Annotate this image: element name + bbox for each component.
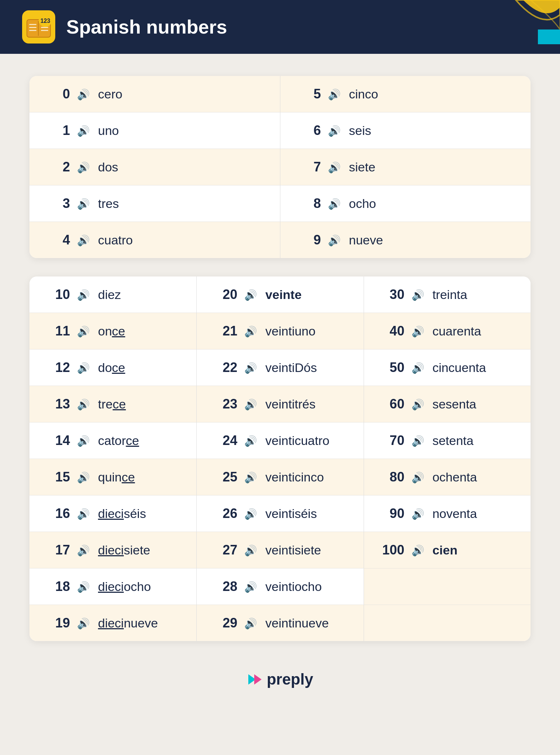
svg-text:🔊: 🔊 [412,289,424,301]
table-row: 23 🔊 veintitrés [196,386,363,422]
number-7: 7 [295,159,321,175]
svg-rect-7 [41,27,48,28]
svg-text:🔊: 🔊 [412,472,424,483]
sound-icon-1[interactable]: 🔊 [77,124,91,137]
sound-icon-18[interactable]: 🔊 [77,580,91,593]
svg-text:🔊: 🔊 [412,544,424,556]
svg-text:🔊: 🔊 [412,399,424,410]
svg-rect-3 [29,24,36,25]
sound-icon-28[interactable]: 🔊 [244,580,259,593]
sound-icon-20[interactable]: 🔊 [244,288,259,301]
header: 123 Spanish numbers [0,0,560,54]
sound-icon-21[interactable]: 🔊 [244,324,259,338]
svg-text:🔊: 🔊 [77,435,90,447]
svg-text:🔊: 🔊 [412,326,424,337]
sound-icon-14[interactable]: 🔊 [77,434,91,447]
number-0: 0 [44,86,70,102]
sound-icon-11[interactable]: 🔊 [77,324,91,338]
sound-icon-7[interactable]: 🔊 [328,160,342,174]
number-11: 11 [44,323,70,339]
svg-text:🔊: 🔊 [244,581,257,593]
table-row: 25 🔊 veinticinco [196,459,363,495]
table-row: 60 🔊 sesenta [364,386,531,422]
word-veintitres: veintitrés [265,397,315,411]
sound-icon-60[interactable]: 🔊 [411,397,426,411]
sound-icon-50[interactable]: 🔊 [411,361,426,374]
sound-icon-3[interactable]: 🔊 [77,197,91,210]
number-12: 12 [44,360,70,375]
svg-text:🔊: 🔊 [77,581,90,593]
number-8: 8 [295,196,321,211]
sound-icon-30[interactable]: 🔊 [411,288,426,301]
number-50: 50 [379,360,405,375]
sound-icon-9[interactable]: 🔊 [328,233,342,247]
table-row: 1 🔊 uno [29,112,280,149]
sound-icon-19[interactable]: 🔊 [77,616,91,630]
number-26: 26 [211,506,237,521]
number-9: 9 [295,232,321,248]
svg-text:🔊: 🔊 [77,289,90,301]
word-veintinueve: veintinueve [265,616,329,630]
svg-text:🔊: 🔊 [77,508,90,520]
sound-icon-0[interactable]: 🔊 [77,87,91,101]
svg-text:🔊: 🔊 [77,161,90,173]
sound-icon-12[interactable]: 🔊 [77,361,91,374]
sound-icon-80[interactable]: 🔊 [411,470,426,484]
sound-icon-40[interactable]: 🔊 [411,324,426,338]
word-seis: seis [349,123,371,138]
svg-text:🔊: 🔊 [77,544,90,556]
sound-icon-6[interactable]: 🔊 [328,124,342,137]
svg-text:🔊: 🔊 [77,88,90,100]
svg-text:🔊: 🔊 [244,362,257,374]
table-row: 10 🔊 diez [29,276,196,313]
table-row: 15 🔊 quince [29,459,196,495]
svg-text:🔊: 🔊 [244,508,257,520]
table-row: 26 🔊 veintiséis [196,495,363,532]
sound-icon-90[interactable]: 🔊 [411,507,426,520]
number-18: 18 [44,579,70,594]
number-23: 23 [211,396,237,412]
sound-icon-29[interactable]: 🔊 [244,616,259,630]
sound-icon-13[interactable]: 🔊 [77,397,91,411]
number-80: 80 [379,469,405,485]
sound-icon-26[interactable]: 🔊 [244,507,259,520]
sound-icon-23[interactable]: 🔊 [244,397,259,411]
sound-icon-2[interactable]: 🔊 [77,160,91,174]
sound-icon-8[interactable]: 🔊 [328,197,342,210]
number-30: 30 [379,287,405,302]
sound-icon-4[interactable]: 🔊 [77,233,91,247]
table-row: 19 🔊 diecinueve [29,605,196,641]
table-row-empty [364,605,531,641]
sound-icon-25[interactable]: 🔊 [244,470,259,484]
word-nueve: nueve [349,233,383,247]
table-row: 24 🔊 veinticuatro [196,422,363,459]
table-row-empty [364,568,531,605]
number-15: 15 [44,469,70,485]
svg-text:🔊: 🔊 [328,198,341,210]
sound-icon-22[interactable]: 🔊 [244,361,259,374]
footer: preply [247,656,313,710]
sound-icon-5[interactable]: 🔊 [328,87,342,101]
word-veintidos: veintiDós [265,361,317,375]
sound-icon-10[interactable]: 🔊 [77,288,91,301]
word-cuatro: cuatro [98,233,133,247]
svg-text:🔊: 🔊 [328,88,341,100]
svg-text:🔊: 🔊 [77,125,90,137]
sound-icon-70[interactable]: 🔊 [411,434,426,447]
number-5: 5 [295,86,321,102]
word-tres: tres [98,196,119,211]
sound-icon-100[interactable]: 🔊 [411,543,426,557]
number-14: 14 [44,433,70,448]
table-row: 13 🔊 trece [29,386,196,422]
sound-icon-24[interactable]: 🔊 [244,434,259,447]
svg-text:🔊: 🔊 [244,399,257,410]
preply-logo: preply [247,671,313,688]
svg-text:🔊: 🔊 [77,617,90,629]
sound-icon-27[interactable]: 🔊 [244,543,259,557]
sound-icon-15[interactable]: 🔊 [77,470,91,484]
word-quince: quince [98,470,135,484]
sound-icon-16[interactable]: 🔊 [77,507,91,520]
sound-icon-17[interactable]: 🔊 [77,543,91,557]
word-veintiocho: veintiocho [265,580,322,594]
svg-text:🔊: 🔊 [244,326,257,337]
